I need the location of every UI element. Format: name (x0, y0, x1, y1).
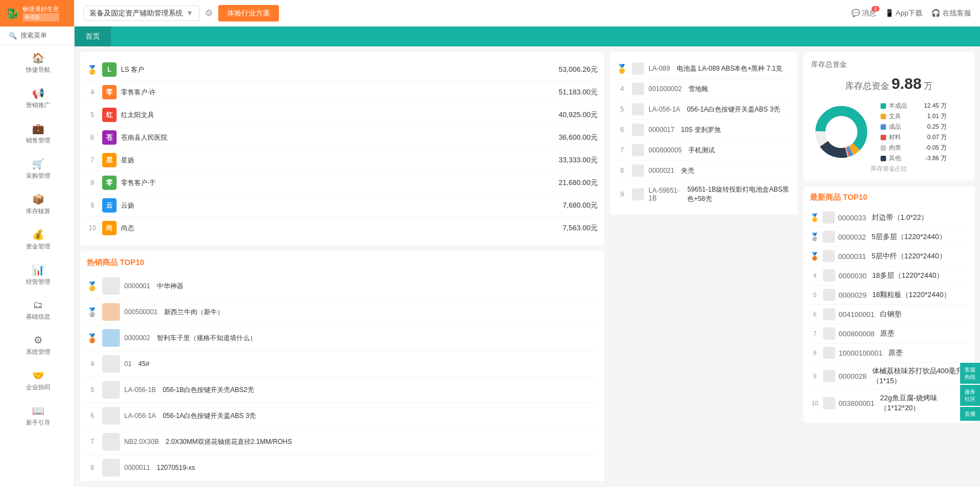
rank-number: 4 (810, 272, 820, 279)
product-code: 0000021 (649, 167, 675, 174)
rank-number: 9 (617, 190, 628, 198)
product-name: 10S 变刹罗煞 (681, 125, 721, 135)
float-button-直播[interactable]: 直播 (960, 407, 980, 421)
rank-number: 6 (87, 412, 98, 420)
customer-ranking-table: 🥇 L LS 客户 53,006.26元 4 零 零售客户·许 51,183.0… (87, 59, 598, 239)
rank-number: 4 (87, 88, 98, 96)
inventory-legend: 半成品 12.45 万 文具 1.01 万 成品 0.25 万 材料 0.07 … (881, 102, 947, 162)
messages-badge-wrap[interactable]: 💬 消息 6 (851, 8, 877, 18)
rank-name: 苍南县人民医院 (121, 133, 554, 142)
legend-label: 成品 (889, 123, 925, 131)
legend-item: 其他 -3.86 万 (881, 154, 947, 162)
medal-icon: 🥈 (87, 307, 98, 317)
product-icon (632, 144, 644, 156)
rank-amount: 7,680.00元 (562, 200, 598, 210)
sidebar-item-快捷导航[interactable]: 🏠快捷导航 (0, 45, 74, 81)
product-name: 雪地靴 (688, 84, 708, 94)
rank-avatar: 云 (102, 198, 117, 213)
tab-home[interactable]: 首页 (75, 27, 111, 46)
hot-product-row: 9 KK-SD22110H 花语萌偲温分腿睡袋（厚款） (87, 481, 598, 481)
online-service-link[interactable]: 🎧 在线客服 (931, 8, 971, 18)
sidebar-item-经营管理[interactable]: 📊经营管理 (0, 257, 74, 293)
sidebar-item-系统管理[interactable]: ⚙系统管理 (0, 327, 74, 363)
new-product-row: 4 0000030 18多层（1220*2440） (810, 266, 968, 285)
gear-icon[interactable]: ⚙ (205, 8, 213, 18)
sidebar-item-企业协同[interactable]: 🤝企业协同 (0, 363, 74, 398)
product-icon (632, 165, 644, 177)
hot-product-row: 🥈 000500001 新西兰牛肉（新牛） (87, 299, 598, 325)
sidebar-item-基础信息[interactable]: 🗂基础信息 (0, 293, 74, 327)
app-download-link[interactable]: 📱 App下载 (885, 8, 923, 18)
inventory-title: 库存总资金 (811, 60, 967, 70)
medal-icon: 🥉 (87, 333, 98, 343)
rank-name: 云扬 (121, 201, 558, 210)
nav-icon: 📦 (32, 193, 44, 205)
inventory-subtitle: 库存资金占比 (811, 165, 967, 173)
system-title-text: 装备及固定资产辅助管理系统 (89, 8, 183, 18)
product-image (102, 329, 120, 347)
float-button-服务社区[interactable]: 服务社区 (960, 385, 980, 406)
hot-product-row: 5 LA-056-1B 056-1B白色按键开关壳ABS2壳 (87, 377, 598, 403)
nav-icon: 💼 (32, 123, 44, 135)
sidebar-item-新手引导[interactable]: 📖新手引导 (0, 398, 74, 433)
nav-icon: 🗂 (33, 299, 43, 311)
sidebar-search[interactable]: 🔍 搜索菜单 (0, 27, 74, 45)
legend-label: 其他 (889, 154, 923, 162)
trial-button[interactable]: 体验行业方案 (218, 5, 279, 22)
rank-avatar: L (102, 62, 117, 77)
rank-number: 7 (87, 156, 98, 164)
messages-count: 6 (872, 6, 879, 12)
product-code: LA-089 (649, 65, 670, 72)
sidebar-logo: 🐉 畅捷通好生意 标准版 (0, 0, 74, 27)
legend-value: 1.01 万 (928, 112, 947, 120)
product-icon (632, 83, 644, 95)
rank-amount: 21,680.00元 (559, 178, 598, 188)
product-name: 电池盖 LA-089 ABS本色+黑种 7.1克 (677, 64, 783, 73)
legend-label: 文具 (889, 112, 925, 120)
legend-color (881, 114, 886, 119)
rank-number: 7 (617, 146, 628, 154)
float-button-客服热线[interactable]: 客服热线 (960, 363, 980, 384)
headset-icon: 🎧 (931, 9, 940, 17)
nav-icon: 🏠 (32, 52, 44, 64)
rank-number: 6 (87, 134, 98, 141)
nav-icon: 📢 (32, 87, 44, 99)
legend-value: -3.86 万 (925, 154, 947, 162)
mid-panel: 🥇 LA-089 电池盖 LA-089 ABS本色+黑种 7.1克 4 0010… (610, 52, 798, 481)
product-name: 5层中纤（1220*2440） (872, 251, 946, 261)
nav-icon: 📖 (32, 405, 44, 417)
product-name: 原垄 (880, 329, 894, 338)
mid-product-row: 6 0000017 10S 变刹罗煞 (617, 120, 791, 140)
rank-number: 9 (87, 202, 98, 209)
sidebar-item-库存核算[interactable]: 📦库存核算 (0, 187, 74, 222)
rank-number: 5 (87, 111, 98, 119)
product-code: 0000011 (124, 464, 150, 472)
product-icon (823, 211, 835, 224)
nav-icon: 🤝 (32, 369, 44, 382)
new-products-list: 🥇 0000033 封边带（1.0*22） 🥈 0000032 5层多层（122… (810, 208, 968, 416)
product-code: 0000031 (838, 252, 866, 261)
sidebar-item-资金管理[interactable]: 💰资金管理 (0, 222, 74, 257)
system-title-selector[interactable]: 装备及固定资产辅助管理系统 ▼ (83, 6, 199, 21)
legend-value: -0.05 万 (925, 144, 947, 152)
product-name: 中华神器 (157, 282, 183, 291)
rank-name: LS 客户 (121, 65, 554, 75)
sidebar-item-采购管理[interactable]: 🛒采购管理 (0, 151, 74, 187)
rank-number: 10 (87, 224, 98, 232)
new-product-row: 7 000800008 原垄 (810, 324, 968, 343)
rank-amount: 7,563.00元 (562, 223, 598, 233)
logo-name: 畅捷通好生意 (23, 5, 59, 13)
product-icon (632, 124, 644, 136)
rank-number: 7 (810, 330, 820, 337)
product-code: 0000001 (124, 282, 150, 290)
product-code: LA-59651-1B (649, 187, 681, 202)
sidebar-item-销售管理[interactable]: 💼销售管理 (0, 116, 74, 151)
rank-amount: 36,600.00元 (559, 133, 598, 142)
new-products-card: 最新商品 TOP10 🥇 0000033 封边带（1.0*22） 🥈 00000… (803, 186, 974, 423)
rank-name: 红太阳文具 (121, 110, 554, 120)
donut-chart (811, 102, 872, 162)
customer-ranking-row: 7 星 星扬 33,333.00元 (87, 149, 598, 172)
sidebar-item-营销推广[interactable]: 📢营销推广 (0, 81, 74, 116)
legend-label: 材料 (889, 133, 925, 141)
header-right: 💬 消息 6 📱 App下载 🎧 在线客服 (851, 8, 971, 18)
